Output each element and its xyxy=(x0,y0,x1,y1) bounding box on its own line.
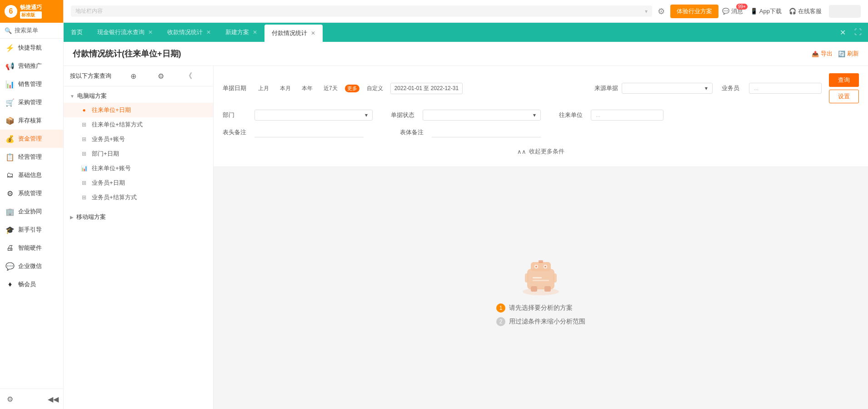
body-remark-input[interactable] xyxy=(432,127,541,137)
sidebar-item-sales[interactable]: 📊 销售管理 xyxy=(0,75,63,93)
tab-close-icon[interactable]: ✕ xyxy=(206,29,211,35)
query-button[interactable]: 查询 xyxy=(829,73,859,87)
tab-new-scheme[interactable]: 新建方案 ✕ xyxy=(218,23,264,42)
online-service-btn[interactable]: 🎧 在线客服 xyxy=(789,7,822,15)
sidebar-item-hardware[interactable]: 🖨 智能硬件 xyxy=(0,239,63,257)
scheme-item-5[interactable]: ⊞ 业务员+日期 xyxy=(64,176,213,190)
export-button[interactable]: 📤 导出 xyxy=(812,50,833,58)
tab-receipt-stats[interactable]: 收款情况统计 ✕ xyxy=(160,23,218,42)
tab-payment-stats[interactable]: 付款情况统计 ✕ xyxy=(264,25,323,42)
counterpart-select[interactable]: ... xyxy=(591,110,663,121)
chevron-up-icon: ∧∧ xyxy=(517,148,526,155)
address-dropdown-icon[interactable]: ▾ xyxy=(645,8,648,15)
scheme-item-1[interactable]: ⊞ 往来单位+结算方式 xyxy=(64,117,213,132)
tab-cash-bank[interactable]: 现金银行流水查询 ✕ xyxy=(90,23,160,42)
message-badge: 99+ xyxy=(736,4,748,10)
fund-icon: 💰 xyxy=(5,134,15,143)
scheme-item-0[interactable]: ● 往来单位+日期 xyxy=(64,103,213,117)
refresh-icon: 🔄 xyxy=(838,50,845,57)
svg-rect-8 xyxy=(525,273,529,283)
sidebar-item-enterprise[interactable]: 🏢 企业协同 xyxy=(0,202,63,221)
svg-rect-13 xyxy=(533,280,549,281)
source-select[interactable]: ▾ xyxy=(622,83,713,94)
scheme-item-label: 往来单位+日期 xyxy=(92,106,131,114)
desktop-schemes-header[interactable]: ▼ 电脑端方案 xyxy=(64,89,213,103)
sidebar-item-guide[interactable]: 🎓 新手引导 xyxy=(0,221,63,239)
sidebar-item-label: 企业协同 xyxy=(18,207,42,216)
sales-icon: 📊 xyxy=(5,80,15,89)
header-remark-input[interactable] xyxy=(254,127,364,137)
date-last-month-btn[interactable]: 上月 xyxy=(254,83,273,94)
scheme-chart-icon: 📊 xyxy=(80,164,88,172)
export-icon: 📤 xyxy=(812,50,819,57)
settings-gear-icon[interactable]: ⚙ xyxy=(656,6,667,17)
sidebar-item-system[interactable]: ⚙ 系统管理 xyxy=(0,184,63,202)
sidebar-item-basic-info[interactable]: 🗂 基础信息 xyxy=(0,166,63,184)
add-scheme-icon[interactable]: ⊕ xyxy=(128,71,139,81)
scheme-item-6[interactable]: ⊞ 业务员+结算方式 xyxy=(64,190,213,205)
tab-close-icon[interactable]: ✕ xyxy=(148,29,153,35)
tip-text-1: 请先选择要分析的方案 xyxy=(509,304,573,312)
tab-bar: 首页 现金银行流水查询 ✕ 收款情况统计 ✕ 新建方案 ✕ 付款情况统计 ✕ ✕… xyxy=(64,23,868,42)
salesperson-select[interactable]: ... xyxy=(749,83,822,94)
tab-close-icon[interactable]: ✕ xyxy=(253,29,257,35)
chevron-down-icon: ▾ xyxy=(533,112,536,118)
scheme-item-4[interactable]: 📊 往来单位+账号 xyxy=(64,161,213,176)
tab-home[interactable]: 首页 xyxy=(64,23,90,42)
sidebar-item-quick-nav[interactable]: ⚡ 快捷导航 xyxy=(0,39,63,57)
maximize-icon[interactable]: ⛶ xyxy=(853,27,863,38)
tab-close-icon[interactable]: ✕ xyxy=(311,30,315,36)
desktop-schemes-label: 电脑端方案 xyxy=(77,92,107,100)
address-bar[interactable]: 地址栏内容 ▾ xyxy=(71,5,652,17)
sidebar-item-wechat[interactable]: 💬 企业微信 xyxy=(0,257,63,275)
scheme-item-label: 业务员+结算方式 xyxy=(92,193,137,202)
online-service-label: 在线客服 xyxy=(798,7,822,15)
app-download-btn[interactable]: 📱 App下载 xyxy=(750,7,782,15)
inventory-icon: 📦 xyxy=(5,116,15,125)
scheme-item-3[interactable]: ⊞ 部门+日期 xyxy=(64,146,213,161)
scheme-table-icon: ⊞ xyxy=(80,193,88,202)
chevron-down-icon: ▾ xyxy=(705,85,708,91)
logo-icon: 6 xyxy=(5,5,17,18)
trial-scheme-button[interactable]: 体验行业方案 xyxy=(670,5,718,18)
left-panel: 按以下方案查询 ⊕ ⚙ 《 ▼ 电脑端方案 ● 往来单位+日期 ⊞ xyxy=(64,66,214,409)
scheme-table-icon: ⊞ xyxy=(80,135,88,143)
app-logo: 6 畅捷通巧 标准版 xyxy=(0,0,63,23)
basic-info-icon: 🗂 xyxy=(5,171,15,180)
voucher-status-select[interactable]: ▾ xyxy=(423,110,541,121)
scheme-settings-icon[interactable]: ⚙ xyxy=(155,71,166,81)
date-this-month-btn[interactable]: 本月 xyxy=(276,83,294,94)
collapse-more-button[interactable]: ∧∧ 收起更多条件 xyxy=(223,144,859,159)
date-more-tag[interactable]: 更多 xyxy=(345,85,359,92)
scheme-item-label: 业务员+日期 xyxy=(92,179,125,187)
sidebar-item-fund[interactable]: 💰 资金管理 xyxy=(0,130,63,148)
date-range-display[interactable]: 2022-01-01 至 2022-12-31 xyxy=(390,83,463,94)
sidebar-item-operation[interactable]: 📋 经营管理 xyxy=(0,148,63,166)
close-tab-icon[interactable]: ✕ xyxy=(837,27,848,38)
export-label: 导出 xyxy=(821,50,833,58)
sidebar-item-label: 智能硬件 xyxy=(18,244,42,252)
scheme-item-2[interactable]: ⊞ 业务员+账号 xyxy=(64,132,213,146)
collapse-sidebar-icon[interactable]: ◀◀ xyxy=(48,394,59,404)
date-this-year-btn[interactable]: 本年 xyxy=(298,83,316,94)
sidebar-item-inventory[interactable]: 📦 库存核算 xyxy=(0,111,63,130)
tab-home-label: 首页 xyxy=(71,28,83,36)
sidebar-item-marketing[interactable]: 📢 营销推广 xyxy=(0,57,63,75)
mobile-schemes-header[interactable]: ▶ 移动端方案 xyxy=(64,210,213,224)
message-btn[interactable]: 💬 消息 99+ xyxy=(722,7,743,15)
dept-select[interactable]: ▾ xyxy=(254,110,373,121)
user-avatar[interactable] xyxy=(829,5,861,18)
date-last-7-days-btn[interactable]: 近7天 xyxy=(320,83,341,94)
sidebar-item-vip[interactable]: ♦ 畅会员 xyxy=(0,275,63,293)
refresh-button[interactable]: 🔄 刷新 xyxy=(838,50,859,58)
empty-svg xyxy=(514,251,568,296)
date-custom-btn[interactable]: 自定义 xyxy=(363,83,387,94)
sidebar-item-purchase[interactable]: 🛒 采购管理 xyxy=(0,93,63,111)
sidebar-item-label: 基础信息 xyxy=(18,171,42,179)
collapse-panel-icon[interactable]: 《 xyxy=(183,71,194,81)
salesperson-value: ... xyxy=(754,85,817,91)
settings-button[interactable]: 设置 xyxy=(829,90,859,103)
empty-illustration xyxy=(514,251,568,296)
search-menu[interactable]: 🔍 搜索菜单 xyxy=(0,23,63,39)
settings-icon[interactable]: ⚙ xyxy=(5,394,15,404)
